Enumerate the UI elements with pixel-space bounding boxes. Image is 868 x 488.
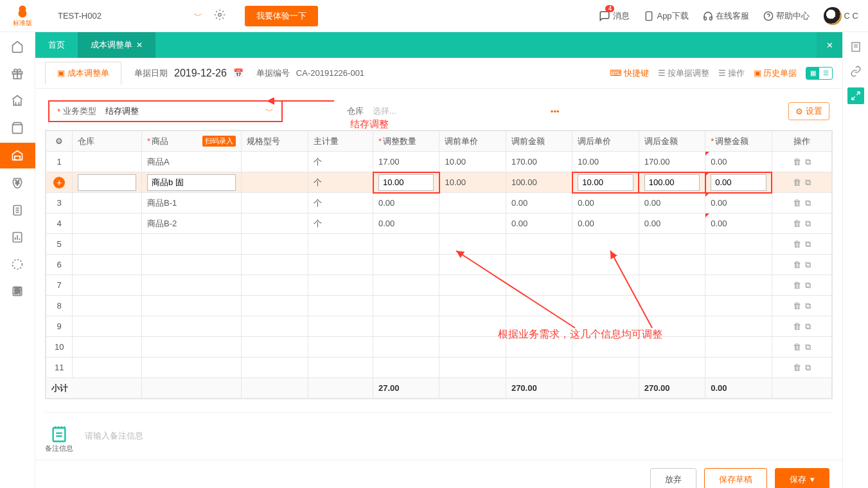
- table-row[interactable]: 11🗑⧉: [46, 357, 832, 378]
- copy-icon[interactable]: ⧉: [805, 280, 811, 290]
- table-row[interactable]: 4商品B-2个0.000.000.000.000.00🗑⧉: [46, 213, 832, 234]
- gear-icon[interactable]: [214, 9, 226, 23]
- warehouse-select[interactable]: 仓库选择...: [347, 105, 396, 117]
- chevron-down-icon: ﹀: [194, 10, 202, 22]
- discard-button[interactable]: 放弃: [650, 468, 696, 489]
- nav-report-icon[interactable]: [10, 230, 24, 244]
- table-header: ⚙ 仓库 *商品扫码录入 规格型号 主计量 *调整数量 调前单价 调前金额 调后…: [46, 131, 832, 152]
- col-settings-icon[interactable]: ⚙: [46, 131, 73, 152]
- delete-icon[interactable]: 🗑: [793, 219, 801, 228]
- hotkeys-button[interactable]: ⌨ 快捷键: [610, 68, 649, 79]
- delete-icon[interactable]: 🗑: [793, 198, 801, 208]
- remark-input[interactable]: [85, 426, 833, 445]
- product-input[interactable]: [147, 174, 236, 191]
- link-icon[interactable]: [847, 63, 864, 80]
- view-toggle[interactable]: ▦☰: [806, 67, 833, 80]
- avatar: [824, 7, 842, 25]
- nav-warehouse-icon[interactable]: [0, 143, 35, 168]
- table-row[interactable]: 8🗑⧉: [46, 296, 832, 316]
- document-tab[interactable]: ▣成本调整单: [45, 62, 121, 85]
- org-selector[interactable]: TEST-H002﹀: [51, 6, 209, 26]
- table-row[interactable]: 3商品B-1个0.000.000.000.000.00🗑⧉: [46, 193, 832, 213]
- table-row[interactable]: 1商品A个17.0010.00170.0010.00170.000.00🗑⧉: [46, 152, 832, 172]
- copy-icon[interactable]: ⧉: [805, 321, 811, 331]
- delete-icon[interactable]: 🗑: [793, 260, 801, 269]
- delete-icon[interactable]: 🗑: [793, 363, 801, 372]
- help-center-button[interactable]: 帮助中心: [763, 10, 810, 22]
- history-button[interactable]: ▣ 历史单据: [754, 68, 797, 79]
- annotation-2: 根据业务需求，这几个信息均可调整: [498, 328, 662, 341]
- nav-home-icon[interactable]: [10, 40, 24, 54]
- adjust-by-order-button[interactable]: ☰ 按单据调整: [658, 68, 709, 79]
- delete-icon[interactable]: 🗑: [793, 321, 801, 331]
- right-toolbar: [842, 32, 868, 488]
- note-icon[interactable]: [847, 39, 864, 55]
- close-all-tabs[interactable]: ✕: [817, 32, 842, 58]
- calendar-icon[interactable]: 📅: [233, 68, 244, 78]
- date-value[interactable]: 2019-12-26: [174, 68, 227, 79]
- customer-service-button[interactable]: 在线客服: [703, 10, 749, 22]
- more-filters-icon[interactable]: •••: [551, 107, 560, 116]
- settings-button[interactable]: ⚙ 设置: [788, 102, 829, 120]
- svg-rect-1: [646, 12, 652, 20]
- document-header: ▣成本调整单 单据日期 2019-12-26 📅 单据编号 CA-2019122…: [35, 58, 842, 89]
- copy-icon[interactable]: ⧉: [805, 260, 811, 269]
- messages-button[interactable]: 4 消息: [599, 10, 630, 22]
- date-label: 单据日期: [134, 68, 168, 79]
- nav-money-icon[interactable]: ¥: [10, 176, 24, 190]
- app-download-button[interactable]: App下载: [644, 10, 688, 22]
- copy-icon[interactable]: ⧉: [805, 157, 811, 167]
- doc-no-label: 单据编号: [256, 68, 290, 79]
- tab-home[interactable]: 首页: [35, 32, 78, 58]
- filter-row: *业务类型 结存调整 ﹀ 仓库选择... ••• ⚙ 设置 结存调整: [35, 89, 842, 130]
- copy-icon[interactable]: ⧉: [805, 177, 811, 187]
- nav-new-icon[interactable]: 新: [10, 284, 24, 298]
- nav-bag-icon[interactable]: [10, 121, 24, 135]
- nav-house-icon[interactable]: [10, 94, 24, 108]
- nav-clipboard-icon[interactable]: [10, 203, 24, 217]
- operations-button[interactable]: ☰ 操作: [718, 68, 745, 79]
- table-row[interactable]: 9🗑⧉: [46, 316, 832, 337]
- logo: 标准版: [6, 5, 39, 28]
- tab-cost-adjustment[interactable]: 成本调整单✕: [78, 32, 155, 58]
- save-draft-button[interactable]: 保存草稿: [704, 468, 767, 489]
- copy-icon[interactable]: ⧉: [805, 363, 811, 372]
- svg-text:¥: ¥: [15, 179, 20, 186]
- user-menu[interactable]: C C: [824, 7, 858, 25]
- post-price-input[interactable]: [578, 174, 633, 191]
- copy-icon[interactable]: ⧉: [805, 198, 811, 208]
- warehouse-input[interactable]: [78, 174, 136, 191]
- delete-icon[interactable]: 🗑: [793, 157, 801, 167]
- table-row[interactable]: 7🗑⧉: [46, 275, 832, 296]
- scan-badge[interactable]: 扫码录入: [202, 136, 236, 147]
- close-icon[interactable]: ✕: [136, 41, 143, 50]
- table-row[interactable]: 10🗑⧉: [46, 337, 832, 357]
- svg-text:新: 新: [14, 287, 21, 294]
- delete-icon[interactable]: 🗑: [793, 239, 801, 249]
- table-row[interactable]: 6🗑⧉: [46, 255, 832, 275]
- expand-icon[interactable]: [847, 87, 864, 104]
- messages-badge: 4: [605, 5, 614, 12]
- post-amt-input[interactable]: [644, 174, 700, 191]
- delete-icon[interactable]: 🗑: [793, 301, 801, 311]
- delete-icon[interactable]: 🗑: [793, 177, 801, 187]
- svg-rect-11: [15, 156, 20, 160]
- copy-icon[interactable]: ⧉: [805, 219, 811, 228]
- svg-rect-27: [53, 428, 66, 442]
- business-type-select[interactable]: *业务类型 结存调整 ﹀: [48, 100, 283, 122]
- copy-icon[interactable]: ⧉: [805, 239, 811, 249]
- save-button[interactable]: 保存▾: [775, 468, 829, 489]
- trial-button[interactable]: 我要体验一下: [245, 6, 318, 26]
- nav-gift-icon[interactable]: [10, 67, 24, 81]
- qty-input[interactable]: [378, 174, 434, 191]
- chevron-down-icon: ﹀: [265, 105, 274, 117]
- table-row[interactable]: 5🗑⧉: [46, 234, 832, 255]
- table-row[interactable]: +个10.00100.00🗑⧉: [46, 172, 832, 193]
- adj-amt-input[interactable]: [711, 174, 766, 191]
- delete-icon[interactable]: 🗑: [793, 342, 801, 352]
- delete-icon[interactable]: 🗑: [793, 280, 801, 290]
- copy-icon[interactable]: ⧉: [805, 301, 811, 311]
- nav-sync-icon[interactable]: [10, 257, 24, 271]
- copy-icon[interactable]: ⧉: [805, 342, 811, 352]
- add-row-icon[interactable]: +: [53, 177, 65, 188]
